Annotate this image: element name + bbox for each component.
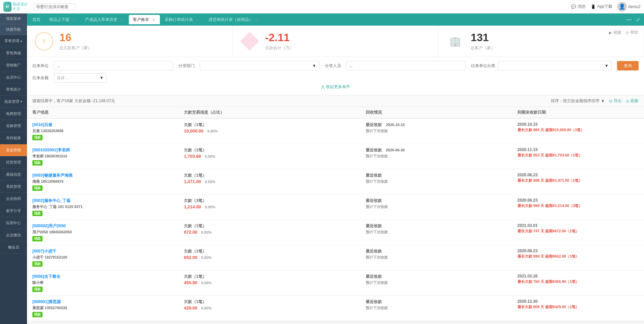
- sidebar-item-newbie[interactable]: 新手引导: [0, 205, 27, 217]
- overdue-link-0[interactable]: 超期¥10,000.00（1笔）: [545, 128, 584, 132]
- refresh-btn[interactable]: ⊙ 刷新: [626, 98, 639, 104]
- sidebar-item-weixin[interactable]: 企业微信: [0, 229, 27, 241]
- debt-amount-5[interactable]: 652.00: [184, 255, 197, 260]
- tab-minimize-btn[interactable]: —: [625, 16, 633, 23]
- stat-icon-diamond: [240, 31, 260, 51]
- app-download-btn[interactable]: 📱 App下载: [591, 4, 612, 9]
- customer-name-1[interactable]: [0001020001]李老师: [32, 147, 184, 153]
- debt-amount-2[interactable]: 1,471.00: [184, 179, 201, 184]
- filter-row-1: 往来单位 ... 分管部门 ▼ 分管人员: [32, 61, 639, 70]
- sidebar-quick-nav[interactable]: 快捷导航: [0, 24, 27, 35]
- debt-amount-7[interactable]: 429.00: [184, 305, 197, 311]
- total-customers-value: 131: [471, 31, 495, 44]
- tab-close-product-shelf[interactable]: ✕: [72, 17, 76, 22]
- return-next-5: 预计下次收款: [366, 255, 517, 260]
- manager-label: 分管人员: [325, 63, 343, 69]
- sidebar-item-member2[interactable]: 畅会员: [0, 241, 27, 254]
- sidebar-item-system[interactable]: 系统管理: [0, 181, 27, 193]
- sidebar-item-operations[interactable]: 经营管理: [0, 156, 27, 169]
- help-btn[interactable]: ⊙ 帮助: [625, 30, 638, 35]
- dept-select[interactable]: ▼: [200, 61, 319, 70]
- overdue-link-7[interactable]: 超期¥429.00（1笔）: [545, 305, 579, 309]
- arrow-down-icon: ▼: [20, 100, 23, 103]
- overdue-link-5[interactable]: 超期¥652.00（1笔）: [545, 254, 579, 258]
- view-btn[interactable]: ▶ 视频: [609, 30, 621, 35]
- stat-total-customers: 🏢 131 总客户（家） ▶ 视频 ⊙ 帮助: [438, 26, 644, 57]
- tab-close-purchase-order[interactable]: ✕: [195, 17, 200, 22]
- sidebar-item-wholesale[interactable]: 批发管理 ▼: [0, 96, 27, 108]
- sidebar-item-enterprise[interactable]: 企业协同: [0, 193, 27, 205]
- source-unit-input[interactable]: ...: [54, 61, 173, 70]
- debt-amount-4[interactable]: 672.00: [184, 230, 197, 235]
- category-select[interactable]: ▼: [498, 61, 612, 70]
- tab-incoming-stats[interactable]: 进货单统计表（按商品） ✕: [204, 15, 264, 24]
- sidebar-item-retail-stats[interactable]: 零售统计: [0, 84, 27, 96]
- col-header-return: 回收情况: [366, 110, 517, 115]
- manager-input[interactable]: ...: [346, 61, 466, 70]
- debt-label-7: 欠款（1笔）: [184, 299, 366, 305]
- sidebar-item-retail-mgmt[interactable]: 零售管理 ▲: [0, 35, 27, 47]
- balance-select[interactable]: 选择... ▼: [54, 73, 107, 83]
- tab-home[interactable]: 首页: [28, 15, 45, 24]
- diamond-icon: [240, 32, 259, 51]
- sidebar-item-member[interactable]: 会员中心: [0, 71, 27, 84]
- sidebar-item-retail-mall[interactable]: 零售商城: [0, 47, 27, 59]
- return-next-6: 预计下次收款: [366, 280, 517, 285]
- user-avatar[interactable]: 👤 demo2: [617, 2, 641, 11]
- customer-name-4[interactable]: [000002]用户2050: [32, 223, 184, 229]
- debt-amount-row-2: 1,471.00 0.00%: [184, 179, 366, 184]
- overdue-link-6[interactable]: 超期¥455.90（1笔）: [545, 279, 579, 284]
- tab-customer-account[interactable]: 客户账本 ✕: [129, 15, 160, 24]
- debt-percent-7: 0.00%: [201, 306, 212, 310]
- customer-phone-5: 小进千 18279152100: [32, 255, 184, 260]
- customer-info-7: [000001]黄思源 黄思源 13552700226 现款: [32, 299, 184, 317]
- customer-name-3[interactable]: [0002]服务中心_丁磊: [32, 198, 184, 204]
- debt-label-1: 欠款（1笔）: [184, 147, 366, 153]
- date-info-6: 2021.02.26 最长欠款 750 天 超期¥455.90（1笔）: [517, 274, 639, 284]
- tab-close-product-history[interactable]: ✕: [119, 17, 124, 22]
- customer-name-6[interactable]: [0006]去下粮仓: [32, 274, 184, 279]
- tab-product-shelf[interactable]: 商品上下架 ✕: [45, 15, 80, 24]
- customer-name-7[interactable]: [000001]黄思源: [32, 299, 184, 305]
- sidebar-item-ecommerce[interactable]: 电商管理: [0, 108, 27, 120]
- customer-name-2[interactable]: [0003]畅捷服务尹海燕: [32, 173, 184, 178]
- debt-percent-2: 0.00%: [205, 180, 215, 184]
- customer-name-0[interactable]: [0016]吕俊: [32, 122, 184, 128]
- debt-amount-3[interactable]: 1,214.00: [184, 204, 201, 209]
- overdue-link-2[interactable]: 超期¥1,471.00（1笔）: [545, 178, 582, 182]
- return-info-6: 最近收款 预计下次收款: [366, 274, 517, 285]
- return-next-0: 预计下次收款: [366, 128, 517, 134]
- tab-purchase-order[interactable]: 采购订单统计表 ✕: [161, 15, 204, 24]
- tab-product-history[interactable]: 产成品入库单历史 ✕: [81, 15, 128, 24]
- customer-phone-4: 用户2050 18665062050: [32, 230, 184, 235]
- date-info-2: 2020.06.23 最长欠款 998 天 超期¥1,471.00（1笔）: [517, 173, 639, 183]
- sidebar-item-marketing[interactable]: 营销推广: [0, 59, 27, 71]
- message-btn[interactable]: 💬 消息: [571, 4, 586, 9]
- sidebar-item-basic-info[interactable]: 基础信息: [0, 169, 27, 181]
- sidebar-item-purchase[interactable]: 采购管理: [0, 120, 27, 132]
- customer-name-5[interactable]: [0007]小进千: [32, 248, 184, 254]
- sort-select[interactable]: 排序：按欠款金额倒序排序 ▼: [551, 98, 605, 104]
- debt-amount-0[interactable]: 10,000.00: [184, 128, 203, 134]
- sidebar-item-inventory[interactable]: 库存核算: [0, 132, 27, 144]
- debt-amount-label: 欠款合计（万）: [265, 45, 293, 51]
- export-btn[interactable]: ⊙ 导出: [609, 98, 622, 104]
- tab-close-customer-account[interactable]: ✕: [151, 17, 156, 22]
- overdue-link-4[interactable]: 超期¥672.00（1笔）: [545, 229, 579, 233]
- debt-amount-6[interactable]: 455.90: [184, 280, 197, 285]
- customer-tag-0: 现款: [32, 135, 43, 140]
- collapse-btn[interactable]: ⋀ 收起更多条件: [321, 84, 350, 90]
- company-select[interactable]: 母婴行业演示账套: [34, 3, 76, 10]
- tab-close-incoming-stats[interactable]: ✕: [255, 17, 260, 22]
- sidebar-search[interactable]: 搜索菜单: [0, 13, 27, 24]
- overdue-link-1[interactable]: 超期¥1,703.68（1笔）: [545, 153, 582, 157]
- tab-maximize-btn[interactable]: ⤢: [634, 16, 641, 24]
- sidebar-item-apps[interactable]: 应用中心: [0, 217, 27, 229]
- search-button[interactable]: 查询: [617, 61, 639, 70]
- date-info-1: 2020.11.15 最长欠款 853 天 超期¥1,703.68（1笔）: [517, 147, 639, 158]
- help-icon: ⊙: [625, 30, 629, 35]
- overdue-link-3[interactable]: 超期¥1,214.00（3笔）: [545, 204, 582, 208]
- top-right: 💬 消息 📱 App下载 👤 demo2: [571, 2, 641, 11]
- debt-amount-1[interactable]: 1,703.68: [184, 154, 201, 159]
- sidebar-item-finance[interactable]: 资金管理: [0, 144, 27, 156]
